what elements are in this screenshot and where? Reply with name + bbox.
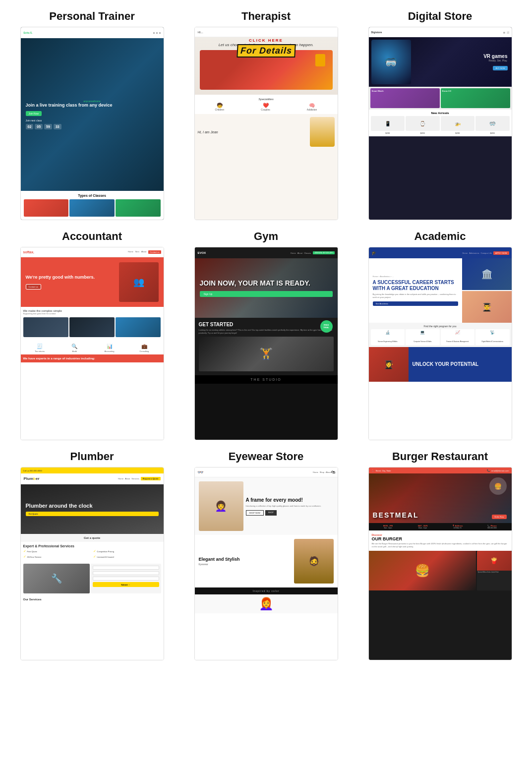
aca-apply-btn[interactable]: APPLY NOW	[493, 251, 509, 255]
br-info-4: 📞 Phone 000-000-0000	[475, 525, 509, 529]
gym-nav: EVOX Home About Classes JOIN NOW, GET 50…	[195, 247, 338, 258]
ds-price-2: $299	[406, 132, 440, 134]
pt-classes-title: Types of Classes	[24, 194, 161, 197]
ew-banner-text: Inspired by color	[253, 589, 280, 592]
pl-nav-services: Services	[131, 477, 139, 480]
click-here-label[interactable]: CLICK HERE	[249, 38, 283, 43]
ew-nav-home: Home	[313, 471, 318, 473]
aca-nav: 🎓 Home Admissions Campus Life APPLY NOW	[369, 247, 512, 258]
ew-hero-content: A frame for every mood! Introducing a co…	[246, 481, 334, 531]
ac-bottom-text: We have experts in a range of industries…	[23, 357, 161, 360]
th-hi-text: Hi, I am Jean	[198, 130, 307, 134]
pl-service-4: ✓ Licensed & Insured	[93, 555, 161, 559]
aca-unlock-title: UNLOCK YOUR POTENTIAL	[413, 361, 508, 367]
pl-form-field-1[interactable]	[93, 566, 159, 570]
aca-bottom-content: UNLOCK YOUR POTENTIAL	[409, 347, 512, 382]
academic-preview[interactable]: 🎓 Home Admissions Campus Life APPLY NOW …	[368, 247, 512, 440]
gym-signup-btn[interactable]: Sign Up	[200, 291, 333, 297]
pl-form-field-3[interactable]	[93, 577, 159, 581]
ac-img-row	[21, 317, 164, 340]
br-contact-text: email@domain.com	[491, 469, 509, 472]
br-hero-title: BESTMEAL	[373, 511, 419, 519]
ew-shop-btn[interactable]: SHOP	[265, 510, 277, 516]
aca-see-btn[interactable]: See Academic	[373, 301, 458, 306]
pt-class-2	[69, 199, 115, 217]
plumber-preview[interactable]: Call us 000-000-0000 Plumber Home About …	[20, 467, 164, 660]
gym-title: Gym	[254, 230, 278, 243]
br-info-text-2: 10am - 11pm	[406, 527, 440, 529]
accountant-title: Accountant	[62, 230, 122, 243]
aca-prog-1: 🔬 Science Engineering & Maths	[371, 329, 405, 345]
br-discover-section: Discover OUR BURGER We are the Burger Re…	[369, 530, 512, 551]
br-hero-logo: 🍔	[489, 477, 507, 495]
pt-nav: Evita S.	[21, 27, 164, 38]
ds-na-item-3: 🚁 $299	[441, 116, 475, 134]
accountant-preview[interactable]: softax. Home Serv About Contact us We're…	[20, 247, 164, 440]
therapist-preview[interactable]: CLICK HERE For Details HE... Let us choo…	[194, 27, 338, 220]
gym-action-section: FREETRIAL GET STARTED Looking for an exc…	[195, 318, 338, 375]
ac-nav-link-2: Serv	[135, 250, 139, 254]
eyewear-cell: Eyewear Store 👓 Home Shop About 🛍 👩‍🦱 A …	[179, 445, 353, 665]
gym-studio: THE STUDIO	[195, 375, 338, 384]
aca-programs-grid: 🔬 Science Engineering & Maths 💻 Computer…	[371, 329, 510, 345]
pl-form-submit[interactable]: Submit →	[93, 582, 159, 587]
ds-nav-link-2: ⬜	[507, 31, 509, 34]
ds-logo: Digistore	[371, 31, 382, 34]
ds-na-item-2: ⌚ $299	[406, 116, 440, 134]
ac-service-3: 📊 Accounting	[93, 344, 126, 352]
aca-breadcrumb: Home > Academics > ...	[373, 275, 458, 278]
pl-bottom-section: 🔧 Submit →	[21, 561, 164, 596]
aca-hero-right: 🏛️ 👨‍🎓	[462, 258, 512, 323]
academic-title: Academic	[414, 230, 466, 243]
ac-hero-btn[interactable]: Contact us	[26, 284, 41, 290]
digital-store-preview[interactable]: Digistore ▤ ⬜ 🥽 VR games Ready. Set. Pla…	[368, 27, 512, 220]
pl-nav-home: Home	[118, 477, 123, 480]
br-order-btn[interactable]: Order Now	[492, 515, 506, 519]
pt-section: Types of Classes	[21, 191, 164, 220]
ac-hero-text: We're pretty good with numbers.	[26, 275, 115, 281]
click-here-overlay[interactable]: CLICK HERE For Details	[236, 35, 295, 58]
pl-form-field-2[interactable]	[93, 571, 159, 575]
ew-shop-now-btn[interactable]: SHOP NOW	[246, 510, 264, 516]
ac-service-4: 💼 Consulting	[127, 344, 161, 352]
ac-tagline-sub: Supporting text goes here for context	[23, 312, 161, 315]
gym-get-started: GET STARTED	[199, 322, 334, 327]
pl-quote-section: Get a quote	[21, 534, 164, 542]
ac-services-grid: 🧾 Tax returns 🔍 Audit 📊 Accounting	[23, 344, 161, 352]
br-info-2: SAT - SUN 10am - 11pm	[406, 525, 440, 529]
pt-classes-grid	[24, 199, 161, 217]
br-topbar-text: Street, City, State	[376, 469, 391, 472]
ac-section: We make the complex simple Supporting te…	[21, 307, 164, 317]
gym-desc-text: Looking for an exciting athletic atmosph…	[199, 329, 334, 334]
personal-trainer-cell: Personal Trainer Evita S. anycareathome …	[5, 5, 179, 225]
ac-bottom: We have experts in a range of industries…	[21, 354, 164, 362]
ac-contact-btn[interactable]: Contact us	[148, 250, 161, 254]
ds-hero-sub: Ready. Set. Play.	[483, 59, 507, 62]
aca-programs: Find the right program for you 🔬 Science…	[369, 323, 512, 347]
pl-quote-title: Get a quote	[23, 536, 161, 539]
aca-hero-left: Home > Academics > ... A SUCCESSFUL CARE…	[369, 258, 462, 323]
pl-quote-btn[interactable]: Request a Quote	[141, 477, 161, 480]
ew-nav-about: About	[326, 471, 331, 473]
pt-join-btn[interactable]: Join Now	[26, 111, 42, 116]
ew-cart-icon[interactable]: 🛍	[331, 470, 335, 474]
gym-preview[interactable]: EVOX Home About Classes JOIN NOW, GET 50…	[194, 247, 338, 440]
aca-prog-3: 📈 Finance & Business Management	[441, 329, 475, 345]
gym-nav-offer-btn[interactable]: JOIN NOW, GET 50% OFF!	[313, 251, 334, 254]
pl-hero-btn[interactable]: Get Quote	[26, 512, 159, 516]
ew-s2-image: 🧔	[294, 539, 334, 584]
br-info-text-3: 123 Main St	[441, 527, 474, 529]
burger-preview[interactable]: 📍 Street, City, State 📞 email@domain.com…	[368, 467, 512, 660]
for-details-label[interactable]: For Details	[236, 44, 296, 58]
aca-bottom-image: 👩‍🎓	[369, 347, 409, 382]
digital-store-cell: Digital Store Digistore ▤ ⬜ 🥽 VR games R…	[353, 5, 527, 225]
ds-product-1: Smart Watch	[370, 88, 440, 108]
burger-title: Burger Restaurant	[392, 450, 488, 463]
ds-buy-btn[interactable]: BUY NOW	[493, 66, 507, 70]
personal-trainer-preview[interactable]: Evita S. anycareathome Join a live train…	[20, 27, 164, 220]
aca-nav-campus: Campus Life	[481, 252, 492, 254]
ac-service-2: 🔍 Audit	[58, 344, 91, 352]
eyewear-preview[interactable]: 👓 Home Shop About 🛍 👩‍🦱 A frame for ever…	[194, 467, 338, 660]
pt-class-1	[24, 199, 69, 217]
ac-service-1: 🧾 Tax returns	[23, 344, 57, 352]
